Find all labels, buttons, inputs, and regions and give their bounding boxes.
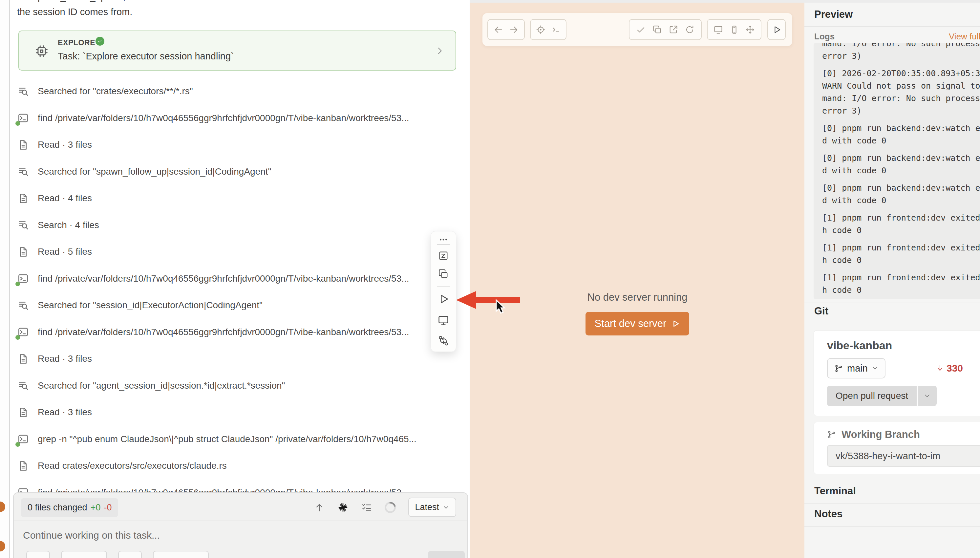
base-branch-selector[interactable]: main (827, 358, 885, 379)
action-text: find /private/var/folders/10/h7w0q46556g… (38, 113, 409, 123)
annotation-arrow (456, 290, 521, 310)
working-branch-header: Working Branch (827, 429, 920, 440)
terminal-prompt-icon[interactable] (551, 25, 561, 35)
terminal-icon (17, 112, 29, 124)
terminal-icon (17, 272, 29, 285)
file-icon (17, 246, 29, 258)
move-icon[interactable] (745, 25, 755, 35)
arrow-left-icon[interactable] (493, 25, 503, 35)
log-entry: [0] pnpm run backend:dev:watch exite d w… (822, 152, 980, 177)
action-list-item[interactable]: grep -n "^pub enum ClaudeJson\|^pub stru… (10, 426, 470, 453)
toolbar-group (487, 19, 525, 40)
start-dev-server-button[interactable]: Start dev server (585, 312, 690, 335)
action-list-item[interactable]: Search · 4 files (10, 212, 470, 239)
attempt-selector-label: Latest (415, 502, 439, 512)
status-dot (15, 442, 20, 447)
action-text: Searched for "agent_session_id|session.*… (38, 381, 285, 391)
screenshot-icon[interactable] (438, 250, 449, 262)
base-branch-name: main (847, 363, 868, 374)
mouse-cursor (494, 299, 507, 314)
divider (805, 504, 980, 504)
action-list-item[interactable]: Searched for "session_id|ExecutorAction|… (10, 292, 470, 319)
action-list-item[interactable]: find /private/var/folders/10/h7w0q46556g… (10, 105, 470, 131)
file-icon (17, 353, 29, 365)
git-branch-icon (827, 430, 836, 439)
preview-section-title: Preview (814, 8, 853, 20)
action-list-item[interactable]: Read · 3 files (10, 131, 470, 158)
burst-icon[interactable] (338, 502, 349, 513)
composer-action-pill[interactable] (153, 551, 209, 558)
toolbar-group (767, 19, 786, 40)
repo-name: vibe-kanban (827, 339, 892, 352)
composer-action-pill[interactable] (61, 551, 107, 558)
play-icon[interactable] (437, 292, 450, 305)
open-pull-request-button[interactable]: Open pull request (827, 386, 917, 406)
send-button[interactable] (428, 551, 465, 558)
action-list-item[interactable]: Read · 5 files (10, 238, 470, 265)
status-actions: Latest (314, 497, 456, 517)
external-link-icon[interactable] (668, 25, 678, 35)
action-text: Read crates/executors/src/executors/clau… (38, 461, 227, 471)
composer-card: 0 files changed +0 -0 Latest Continue wo… (13, 492, 468, 558)
working-branch-label: Working Branch (841, 429, 920, 440)
start-dev-server-label: Start dev server (595, 318, 667, 330)
log-entry: [0] pnpm run backend:dev:watch exite d w… (822, 122, 980, 147)
action-list-item[interactable]: Searched for "agent_session_id|session.*… (10, 372, 470, 399)
agent-log-panel: the spawn_follow_up call, which is where… (10, 0, 470, 558)
git-section-title: Git (814, 305, 828, 317)
action-list-item[interactable]: Read crates/executors/src/executors/clau… (10, 452, 470, 479)
additions-count: +0 (90, 502, 101, 513)
arrow-right-icon[interactable] (509, 25, 519, 35)
followup-input[interactable]: Continue working on this task... (23, 530, 450, 541)
file-icon (17, 139, 29, 151)
action-list-item[interactable]: Read · 3 files (10, 345, 470, 372)
avatar (0, 502, 5, 512)
git-compare-icon[interactable] (437, 335, 450, 347)
divider (437, 244, 450, 245)
mobile-icon[interactable] (729, 25, 739, 35)
avatar (0, 541, 5, 551)
composer-action-pill[interactable] (26, 551, 50, 558)
action-list-item[interactable]: Searched for "crates/executors/**/*.rs" (10, 78, 470, 105)
dots-handle-icon[interactable] (438, 234, 449, 245)
play-icon (671, 319, 680, 328)
check-icon[interactable] (636, 25, 646, 35)
desktop-icon[interactable] (713, 25, 723, 35)
chevron-down-icon (923, 392, 931, 400)
scroll-to-top-icon[interactable] (314, 502, 325, 513)
action-list-item[interactable]: Read · 4 files (10, 185, 470, 212)
files-changed-text: 0 files changed (28, 502, 87, 513)
arrow-down-icon (935, 364, 944, 373)
action-text: Read · 3 files (38, 140, 92, 150)
view-full-logs-link[interactable]: View full logs (949, 31, 980, 42)
target-icon[interactable] (536, 25, 546, 35)
git-repo-card: vibe-kanban main 330 Open pull request (814, 330, 980, 416)
refresh-icon[interactable] (685, 25, 695, 35)
working-branch-card: Working Branch vk/5388-hey-i-want-to-im (814, 422, 980, 474)
checklist-icon[interactable] (361, 502, 372, 513)
status-dot (15, 335, 20, 340)
play-icon[interactable] (772, 25, 782, 35)
divider (805, 303, 980, 303)
status-dot (15, 121, 20, 126)
action-list-item[interactable]: Searched for "spawn_follow_up|session_id… (10, 158, 470, 185)
notes-section-header[interactable]: Notes (814, 508, 842, 520)
composer-action-pill[interactable] (118, 551, 142, 558)
open-pr-dropdown-button[interactable] (918, 386, 937, 406)
monitor-icon[interactable] (437, 314, 450, 327)
git-branch-icon (834, 364, 843, 373)
divider (14, 520, 467, 521)
action-list-item[interactable]: Read · 3 files (10, 399, 470, 426)
action-text: Read · 5 files (38, 246, 92, 257)
attempt-selector[interactable]: Latest (408, 497, 456, 517)
logs-output[interactable]: mand: I/O error: No such process (os err… (814, 43, 980, 299)
copy-stack-icon[interactable] (438, 268, 449, 280)
terminal-section-header[interactable]: Terminal (814, 485, 856, 497)
working-branch-field[interactable]: vk/5388-hey-i-want-to-im (827, 445, 980, 467)
divider (437, 286, 450, 287)
action-list-item[interactable]: find /private/var/folders/10/h7w0q46556g… (10, 265, 470, 292)
divider (805, 325, 980, 325)
file-search-icon (17, 299, 29, 312)
copy-icon[interactable] (652, 25, 662, 35)
action-list-item[interactable]: find /private/var/folders/10/h7w0q46556g… (10, 319, 470, 346)
